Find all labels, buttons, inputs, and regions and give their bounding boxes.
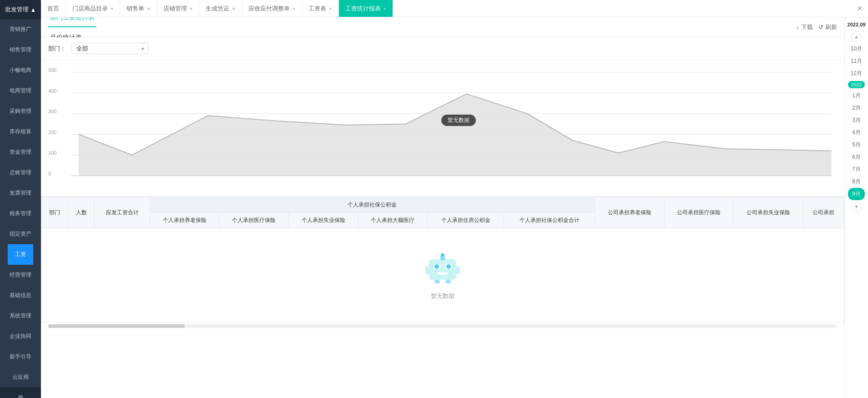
tab-label: 应收应付调整单 [248, 5, 290, 13]
sidebar-item-资金管理[interactable]: 资金管理 [8, 142, 33, 162]
time-month-9月[interactable]: 9月 [848, 188, 864, 200]
time-panel: 2022.09 ▲ 10月11月12月20221月2月3月4月5月6月7月8月9… [844, 17, 868, 398]
sidebar-item-发票管理[interactable]: 发票管理 [8, 183, 33, 203]
time-month-5月[interactable]: 5月 [848, 139, 864, 151]
tab-close-btn[interactable]: × [190, 6, 192, 11]
tab-label: 销售单 [126, 5, 144, 13]
tab-close-btn[interactable]: × [384, 6, 386, 11]
dept-label: 部门： [48, 45, 66, 53]
tab-门店商品目录[interactable]: 门店商品目录× [66, 0, 120, 17]
tab-close-btn[interactable]: × [232, 6, 235, 11]
sidebar-item-总账管理[interactable]: 总账管理 [8, 162, 33, 183]
empty-text: 暂无数据 [431, 292, 454, 300]
sidebar-item-基础信息[interactable]: 基础信息 [8, 285, 33, 306]
tab-label: 店铺管理 [163, 5, 187, 13]
table-wrapper[interactable]: 部门 人数 应发工资合计 个人承担社保公积金 公司承担养老保险 公司承担医疗保险… [41, 196, 844, 398]
sidebar-item-库存核算[interactable]: 库存核算 [8, 121, 33, 142]
time-month-7月[interactable]: 7月 [848, 163, 864, 176]
col-personal-pension: 个人承担养老保险 [150, 213, 219, 228]
tab-生成凭证[interactable]: 生成凭证× [199, 0, 242, 17]
download-button[interactable]: ↓ 下载 [797, 23, 813, 31]
col-dept: 部门 [41, 197, 68, 228]
time-nav-up[interactable]: ▲ [851, 31, 862, 42]
tab-首页[interactable]: 首页 [41, 0, 66, 17]
sidebar-footer[interactable]: ⚙ [0, 388, 41, 398]
sidebar-item-新手引导[interactable]: 新手引导 [8, 347, 33, 367]
sidebar-header-label: 批发管理 [5, 5, 29, 14]
empty-state: 暂无数据 [46, 232, 839, 318]
svg-rect-16 [456, 266, 460, 274]
chart-svg [48, 67, 837, 186]
time-month-1月[interactable]: 1月 [848, 90, 864, 102]
tab-工资表[interactable]: 工资表× [302, 0, 338, 17]
empty-row: 暂无数据 [41, 228, 844, 322]
time-month-3月[interactable]: 3月 [848, 114, 864, 126]
time-panel-header: 2022.09 [847, 19, 867, 30]
tab-close-btn[interactable]: × [147, 6, 150, 11]
time-month-12月[interactable]: 12月 [848, 67, 864, 80]
filter-bar: 部门： 全部销售部财务部人事部技术部 ▼ [41, 37, 844, 60]
sidebar-item-工资[interactable]: 工资 [8, 244, 33, 265]
sub-tab-部门工资统计表[interactable]: 部门工资统计表 [48, 17, 96, 27]
svg-rect-7 [429, 259, 456, 280]
sidebar-item-云应用[interactable]: 云应用 [8, 367, 33, 388]
sidebar-item-营销推广[interactable]: 营销推广 [8, 19, 33, 40]
sidebar-item-经营管理[interactable]: 经营管理 [8, 265, 33, 285]
col-company-pension: 公司承担养老保险 [595, 197, 665, 228]
time-month-11月[interactable]: 11月 [848, 55, 864, 67]
svg-point-11 [446, 264, 451, 269]
download-label: 下载 [801, 23, 813, 31]
tab-label: 首页 [47, 5, 59, 13]
refresh-button[interactable]: ↺ 刷新 [818, 23, 837, 31]
sidebar-item-系统管理[interactable]: 系统管理 [8, 306, 33, 326]
col-personal-major-medical: 个人承担大额医疗 [358, 213, 428, 228]
time-month-4月[interactable]: 4月 [848, 126, 864, 139]
sidebar-item-固定资产[interactable]: 固定资产 [8, 224, 33, 244]
content-area: 部门工资统计表月份统计表 ↓ 下载 ↺ 刷新 部门： 全部销售部财务部人事部技术… [41, 17, 868, 398]
tab-close-btn[interactable]: × [293, 6, 295, 11]
tab-应收应付调整单[interactable]: 应收应付调整单× [242, 0, 302, 17]
year-label: 2022 [848, 81, 864, 88]
close-all-button[interactable]: ✕ [851, 4, 868, 13]
col-headcount: 人数 [68, 197, 95, 228]
col-personal-unemployment: 个人承担失业保险 [288, 213, 358, 228]
col-personal-medical: 个人承担医疗保险 [219, 213, 289, 228]
tab-工资统计报表[interactable]: 工资统计报表× [339, 0, 393, 17]
time-month-2月[interactable]: 2月 [848, 102, 864, 114]
refresh-icon: ↺ [818, 24, 823, 30]
svg-rect-12 [437, 272, 448, 275]
tab-销售单[interactable]: 销售单× [120, 0, 156, 17]
svg-rect-15 [425, 266, 429, 274]
tab-close-btn[interactable]: × [329, 6, 332, 11]
sidebar-header-arrow: ▲ [30, 6, 36, 13]
col-group-personal: 个人承担社保公积金 [150, 197, 595, 213]
sidebar-item-采购管理[interactable]: 采购管理 [8, 101, 33, 121]
chart-container: 500 400 300 200 100 0 暂无数据 [41, 60, 844, 196]
time-month-10月[interactable]: 10月 [848, 43, 864, 55]
empty-robot-icon [424, 250, 461, 287]
svg-point-14 [441, 253, 444, 256]
table-scrollbar[interactable] [48, 324, 837, 328]
data-table: 部门 人数 应发工资合计 个人承担社保公积金 公司承担养老保险 公司承担医疗保险… [41, 197, 844, 322]
sidebar: 批发管理 ▲ 营销推广销售管理小畅电商电商管理采购管理库存核算资金管理总账管理发… [0, 0, 41, 398]
sidebar-item-电商管理[interactable]: 电商管理 [8, 81, 33, 101]
page-content: 部门工资统计表月份统计表 ↓ 下载 ↺ 刷新 部门： 全部销售部财务部人事部技术… [41, 17, 844, 398]
tab-label: 生成凭证 [206, 5, 229, 13]
toolbar-right: ↓ 下载 ↺ 刷新 [797, 23, 838, 31]
sidebar-item-小畅电商[interactable]: 小畅电商 [8, 60, 33, 81]
time-month-6月[interactable]: 6月 [848, 151, 864, 163]
svg-rect-17 [434, 280, 440, 283]
tab-label: 工资统计报表 [345, 5, 381, 13]
sidebar-item-企业协同[interactable]: 企业协同 [8, 326, 33, 347]
time-nav-down[interactable]: ▼ [851, 201, 862, 212]
table-scrollbar-thumb [48, 324, 185, 328]
sidebar-header[interactable]: 批发管理 ▲ [0, 0, 41, 19]
col-company-other: 公司承担 [803, 197, 844, 228]
tab-close-btn[interactable]: × [111, 6, 113, 11]
time-month-8月[interactable]: 8月 [848, 176, 864, 188]
sidebar-item-销售管理[interactable]: 销售管理 [8, 40, 33, 60]
tab-店铺管理[interactable]: 店铺管理× [157, 0, 199, 17]
svg-rect-18 [445, 280, 451, 283]
sidebar-item-税务管理[interactable]: 税务管理 [8, 203, 33, 224]
dept-select[interactable]: 全部销售部财务部人事部技术部 [71, 43, 149, 54]
